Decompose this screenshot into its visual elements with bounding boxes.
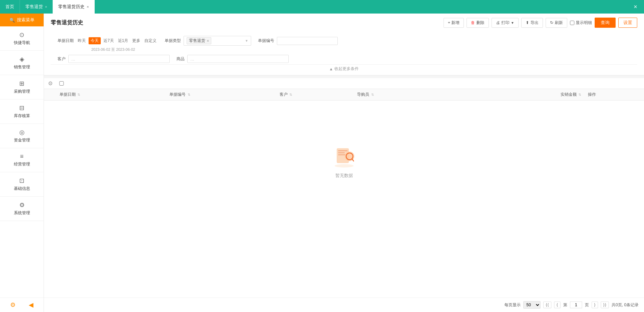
top-bar: 首页 零售退货 × 零售退货历史 × ×	[0, 0, 644, 14]
page-number-input[interactable]	[570, 302, 582, 308]
date-today[interactable]: 今天	[89, 37, 101, 44]
window-close-button[interactable]: ×	[631, 3, 640, 10]
export-button[interactable]: ⬆ 导出	[521, 18, 543, 28]
page-size-select[interactable]: 50 100 200	[523, 301, 541, 309]
empty-area: 暂无数据	[44, 101, 644, 219]
th-empty	[44, 89, 56, 101]
th-customer[interactable]: 客户 ⇅	[276, 89, 354, 101]
pagination-summary: 共0页, 0条记录	[612, 302, 639, 308]
tag-close-icon[interactable]: ×	[207, 39, 209, 43]
sidebar-search[interactable]: 🔍 搜索菜单	[0, 14, 44, 26]
nav-icon: ⊙	[19, 31, 24, 39]
th-spacer	[448, 89, 475, 101]
goods-select[interactable]: ...	[187, 55, 289, 63]
close-icon[interactable]: ×	[45, 5, 47, 9]
new-button[interactable]: + 新增	[444, 18, 464, 28]
prev-page-button[interactable]: ⟨	[554, 302, 560, 308]
settings-icon[interactable]: ⚙	[10, 301, 16, 309]
date-more[interactable]: 更多	[131, 37, 142, 44]
last-page-button[interactable]: ⟩⟩	[601, 302, 609, 308]
th-guide[interactable]: 导购员 ⇅	[354, 89, 447, 101]
doc-type-tag: 零售退货 ×	[187, 37, 211, 44]
close-icon[interactable]: ×	[87, 5, 89, 9]
doc-type-select[interactable]: 零售退货 × ▼	[184, 36, 251, 46]
date-filter: 单据日期 昨天 今天 近7天 近1月 更多 自定义	[57, 37, 158, 44]
doc-no-input[interactable]	[277, 37, 338, 45]
sort-icon-no: ⇅	[188, 93, 190, 96]
svg-rect-4	[338, 154, 346, 155]
sidebar-item-inventory[interactable]: ⊟ 库存核算	[0, 99, 44, 124]
date-1month[interactable]: 近1月	[117, 37, 130, 44]
collapse-icon[interactable]: ◀	[29, 301, 33, 309]
page-title: 零售退货历史	[51, 19, 83, 26]
inventory-icon: ⊟	[19, 104, 24, 112]
customer-select[interactable]: ...	[68, 55, 170, 63]
sort-icon-customer: ⇅	[289, 93, 292, 96]
th-date[interactable]: 单据日期 ⇅	[56, 89, 166, 101]
tab-retail-return-history[interactable]: 零售退货历史 ×	[53, 0, 94, 14]
table-header-row: 单据日期 ⇅ 单据编号 ⇅ 客户 ⇅ 导购员 ⇅	[44, 89, 644, 101]
sidebar-item-system[interactable]: ⚙ 系统管理	[0, 197, 44, 221]
date-custom[interactable]: 自定义	[143, 37, 158, 44]
svg-point-0	[335, 164, 354, 168]
filter-row-1: 单据日期 昨天 今天 近7天 近1月 更多 自定义 单据类型	[51, 35, 637, 47]
sort-icon-date: ⇅	[77, 93, 80, 96]
collapse-up-icon: ▲	[329, 67, 333, 71]
empty-text: 暂无数据	[335, 173, 353, 179]
display-detail-checkbox[interactable]: 显示明细	[570, 20, 592, 26]
main-layout: 🔍 搜索菜单 ⊙ 快捷导航 ◈ 销售管理 ⊞ 采购管理 ⊟ 库存核算 ◎ 资金管…	[0, 14, 644, 312]
data-table: 单据日期 ⇅ 单据编号 ⇅ 客户 ⇅ 导购员 ⇅	[44, 89, 644, 101]
operations-icon: ≡	[20, 153, 24, 160]
refresh-button[interactable]: ↻ 刷新	[546, 18, 567, 28]
system-icon: ⚙	[19, 201, 25, 209]
sort-icon-guide: ⇅	[371, 93, 374, 96]
svg-rect-3	[338, 152, 345, 153]
table-settings-icon[interactable]: ⚙	[48, 80, 53, 87]
sidebar-item-purchase[interactable]: ⊞ 采购管理	[0, 75, 44, 99]
sidebar-item-operations[interactable]: ≡ 经营管理	[0, 148, 44, 172]
select-all-checkbox[interactable]	[55, 81, 68, 86]
search-icon: 🔍	[9, 18, 15, 23]
th-no[interactable]: 单据编号 ⇅	[166, 89, 276, 101]
delete-button[interactable]: 🗑 删除	[467, 18, 489, 28]
date-range-row: 2023-06-02 至 2023-06-02	[51, 47, 637, 53]
content-area: 零售退货历史 + 新增 🗑 删除 🖨 打印 ▼ ⬆	[44, 14, 644, 312]
empty-illustration	[331, 141, 358, 169]
display-detail-input[interactable]	[570, 21, 574, 25]
svg-rect-2	[338, 150, 348, 151]
date-yesterday[interactable]: 昨天	[76, 37, 87, 44]
sidebar-bottom: ⚙ ◀	[0, 297, 44, 312]
th-amount[interactable]: 实销金额 ⇅	[475, 89, 585, 101]
tab-retail-return[interactable]: 零售退货 ×	[20, 0, 53, 14]
page-header: 零售退货历史 + 新增 🗑 删除 🖨 打印 ▼ ⬆	[44, 14, 644, 75]
finance-icon: ◎	[19, 129, 25, 136]
pagination: 每页显示 50 100 200 ⟨⟨ ⟨ 第 页 ⟩ ⟩⟩ 共0页, 0条记录	[44, 297, 644, 312]
print-button[interactable]: 🖨 打印 ▼	[492, 18, 519, 28]
next-page-button[interactable]: ⟩	[592, 302, 598, 308]
sidebar-item-quick-nav[interactable]: ⊙ 快捷导航	[0, 26, 44, 51]
date-range-label: 2023-06-02 至 2023-06-02	[91, 47, 135, 52]
collapse-bar[interactable]: ▲ 收起更多条件	[51, 64, 637, 73]
goods-filter: 商品 ...	[176, 55, 289, 63]
date-7days[interactable]: 近7天	[102, 37, 115, 44]
doc-no-filter: 单据编号	[258, 37, 338, 45]
table-container: ⚙ 单据日期 ⇅ 单据编号 ⇅	[44, 78, 644, 312]
sales-icon: ◈	[20, 55, 24, 63]
sidebar-item-base-info[interactable]: ⊡ 基础信息	[0, 172, 44, 197]
tab-list: 首页 零售退货 × 零售退货历史 ×	[0, 0, 631, 14]
sidebar-item-finance[interactable]: ◎ 资金管理	[0, 124, 44, 148]
sidebar: 🔍 搜索菜单 ⊙ 快捷导航 ◈ 销售管理 ⊞ 采购管理 ⊟ 库存核算 ◎ 资金管…	[0, 14, 44, 312]
date-shortcuts: 昨天 今天 近7天 近1月 更多 自定义	[76, 37, 158, 44]
query-button[interactable]: 查询	[595, 18, 616, 28]
table-toolbar: ⚙	[44, 78, 644, 89]
setting-button[interactable]: 设置	[618, 18, 637, 28]
sort-icon-amount: ⇅	[578, 93, 581, 96]
chevron-down-icon: ▼	[245, 39, 248, 43]
filter-area: 单据日期 昨天 今天 近7天 近1月 更多 自定义 单据类型	[51, 31, 637, 75]
tab-home[interactable]: 首页	[0, 0, 20, 14]
base-info-icon: ⊡	[19, 177, 24, 184]
sidebar-item-sales[interactable]: ◈ 销售管理	[0, 51, 44, 75]
filter-row-2: 客户 ... 商品 ...	[51, 53, 637, 64]
first-page-button[interactable]: ⟨⟨	[543, 302, 551, 308]
th-action: 操作	[585, 89, 644, 101]
